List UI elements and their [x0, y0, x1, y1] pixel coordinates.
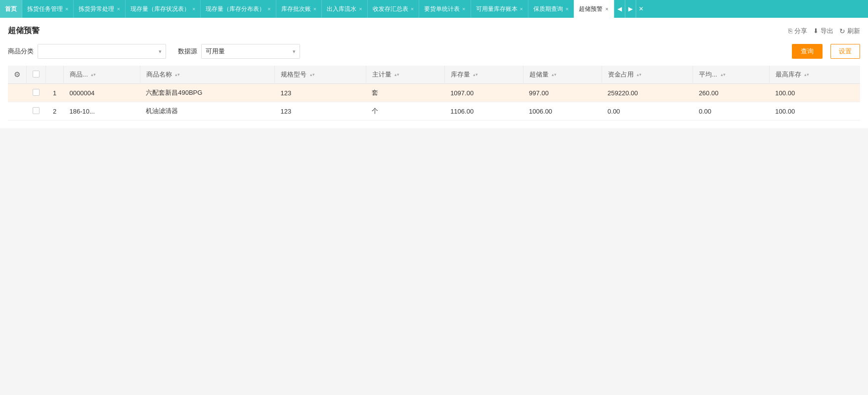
- nav-tab-close[interactable]: ×: [520, 6, 523, 12]
- nav-tab-label: 保质期查询: [533, 5, 563, 13]
- row-checkbox[interactable]: [33, 107, 40, 114]
- sort-icon: ▴▾: [637, 73, 642, 77]
- row-checkbox[interactable]: [33, 89, 40, 96]
- sort-icon: ▴▾: [310, 73, 315, 77]
- export-icon: ⬇: [813, 27, 819, 35]
- gear-icon[interactable]: ⚙: [14, 70, 20, 79]
- nav-next-arrow[interactable]: ▶: [625, 0, 636, 18]
- share-action[interactable]: ⎘ 分享: [788, 27, 807, 36]
- nav-tab-quality[interactable]: 保质期查询 ×: [528, 0, 574, 18]
- row-checkbox-cell[interactable]: [27, 102, 46, 120]
- sort-icon: ▴▾: [721, 73, 726, 77]
- cell-spec: 123: [275, 102, 366, 120]
- datasource-filter-label: 数据源: [178, 47, 197, 56]
- nav-tab-avail-account[interactable]: 可用量库存账本 ×: [471, 0, 528, 18]
- sort-icon: ▴▾: [804, 73, 809, 77]
- settings-button[interactable]: 设置: [830, 44, 860, 59]
- refresh-icon: ↻: [839, 27, 845, 35]
- col-capital-usage[interactable]: 资金占用 ▴▾: [602, 66, 693, 84]
- nav-tab-close[interactable]: ×: [192, 6, 195, 12]
- nav-tab-close[interactable]: ×: [565, 6, 568, 12]
- header-actions: ⎘ 分享 ⬇ 导出 ↻ 刷新: [788, 27, 860, 36]
- cell-unit: 套: [366, 84, 444, 102]
- col-unit[interactable]: 主计量 ▴▾: [366, 66, 444, 84]
- row-number: 2: [46, 102, 64, 120]
- nav-tab-label: 出入库流水: [327, 5, 356, 13]
- nav-tab-close[interactable]: ×: [359, 6, 362, 12]
- page-header: 超储预警 ⎘ 分享 ⬇ 导出 ↻ 刷新: [8, 26, 860, 36]
- col-settings[interactable]: ⚙: [8, 66, 27, 84]
- nav-tab-label: 要货单统计表: [424, 5, 460, 13]
- col-product-name[interactable]: 商品名称 ▴▾: [140, 66, 274, 84]
- cell-product-code: 186-10...: [64, 102, 140, 120]
- cell-product-code: 0000004: [64, 84, 140, 102]
- chevron-down-icon: ▾: [159, 48, 162, 55]
- col-product-code[interactable]: 商品... ▴▾: [64, 66, 140, 84]
- nav-prev-arrow[interactable]: ◀: [614, 0, 625, 18]
- nav-tab-order-stat[interactable]: 要货单统计表 ×: [419, 0, 471, 18]
- nav-tab-label: 拣货异常处理: [79, 5, 114, 13]
- nav-tab-stock-status[interactable]: 现存量（库存状况表） ×: [126, 0, 201, 18]
- col-max-stock[interactable]: 最高库存 ▴▾: [769, 66, 860, 84]
- col-checkbox[interactable]: [27, 66, 46, 84]
- nav-tab-label: 超储预警: [579, 5, 603, 13]
- cell-overstock-qty: 997.00: [523, 84, 602, 102]
- nav-tab-abnormal[interactable]: 拣货异常处理 ×: [74, 0, 125, 18]
- sort-icon: ▴▾: [175, 73, 180, 77]
- cell-stock-qty: 1097.00: [444, 84, 523, 102]
- nav-tab-close[interactable]: ×: [411, 6, 414, 12]
- nav-tab-home-label: 首页: [5, 5, 17, 13]
- nav-tab-close[interactable]: ×: [313, 6, 316, 12]
- category-filter: 商品分类 ▾: [8, 44, 166, 59]
- nav-tab-recv-summary[interactable]: 收发存汇总表 ×: [368, 0, 419, 18]
- row-settings-cell: [8, 84, 27, 102]
- cell-capital-usage: 259220.00: [602, 84, 693, 102]
- nav-tab-close[interactable]: ×: [605, 6, 608, 12]
- nav-tab-label: 收发存汇总表: [373, 5, 408, 13]
- export-label: 导出: [821, 27, 833, 36]
- chevron-down-icon: ▾: [293, 48, 296, 55]
- nav-tab-label: 拣货任务管理: [27, 5, 63, 13]
- nav-tab-close[interactable]: ×: [65, 6, 68, 12]
- datasource-select[interactable]: 可用量 ▾: [201, 44, 300, 59]
- refresh-action[interactable]: ↻ 刷新: [839, 27, 860, 36]
- export-action[interactable]: ⬇ 导出: [813, 27, 833, 36]
- cell-avg: 0.00: [693, 102, 770, 120]
- nav-close-arrow[interactable]: ✕: [636, 0, 647, 18]
- col-row-num: [46, 66, 64, 84]
- nav-tab-close[interactable]: ×: [267, 6, 270, 12]
- col-overstock-qty[interactable]: 超储量 ▴▾: [523, 66, 602, 84]
- cell-overstock-qty: 1006.00: [523, 102, 602, 120]
- table-header-row: ⚙ 商品... ▴▾ 商品名称 ▴▾ 规格型号 ▴▾: [8, 66, 860, 84]
- cell-product-name: 六配套新昌490BPG: [140, 84, 274, 102]
- row-number: 1: [46, 84, 64, 102]
- cell-product-name: 机油滤清器: [140, 102, 274, 120]
- nav-tab-label: 可用量库存账本: [476, 5, 518, 13]
- cell-stock-qty: 1106.00: [444, 102, 523, 120]
- main-content: 超储预警 ⎘ 分享 ⬇ 导出 ↻ 刷新 商品分类 ▾: [0, 18, 868, 128]
- filters-group: 商品分类 ▾ 数据源 可用量 ▾: [8, 44, 792, 59]
- sort-icon: ▴▾: [473, 73, 478, 77]
- cell-avg: 260.00: [693, 84, 770, 102]
- col-avg[interactable]: 平均... ▴▾: [693, 66, 770, 84]
- query-button[interactable]: 查询: [792, 44, 823, 59]
- nav-tab-batch[interactable]: 库存批次账 ×: [276, 0, 322, 18]
- top-navigation: 首页 拣货任务管理 × 拣货异常处理 × 现存量（库存状况表） × 现存量（库存…: [0, 0, 868, 18]
- col-spec[interactable]: 规格型号 ▴▾: [275, 66, 366, 84]
- nav-tab-task-mgmt[interactable]: 拣货任务管理 ×: [22, 0, 74, 18]
- refresh-label: 刷新: [847, 27, 860, 36]
- nav-tab-stock-dist[interactable]: 现存量（库存分布表） ×: [201, 0, 276, 18]
- row-checkbox-cell[interactable]: [27, 84, 46, 102]
- category-select[interactable]: ▾: [38, 44, 166, 59]
- nav-tab-overstock[interactable]: 超储预警 ×: [574, 0, 613, 18]
- share-label: 分享: [794, 27, 807, 36]
- nav-tab-close[interactable]: ×: [462, 6, 465, 12]
- sort-icon: ▴▾: [552, 73, 557, 77]
- nav-tab-close[interactable]: ×: [117, 6, 120, 12]
- col-stock-qty[interactable]: 库存量 ▴▾: [444, 66, 523, 84]
- nav-tab-label: 现存量（库存分布表）: [206, 5, 265, 13]
- nav-tab-inout-flow[interactable]: 出入库流水 ×: [322, 0, 367, 18]
- select-all-checkbox[interactable]: [33, 71, 40, 78]
- share-icon: ⎘: [788, 27, 792, 35]
- nav-tab-home[interactable]: 首页: [0, 0, 22, 18]
